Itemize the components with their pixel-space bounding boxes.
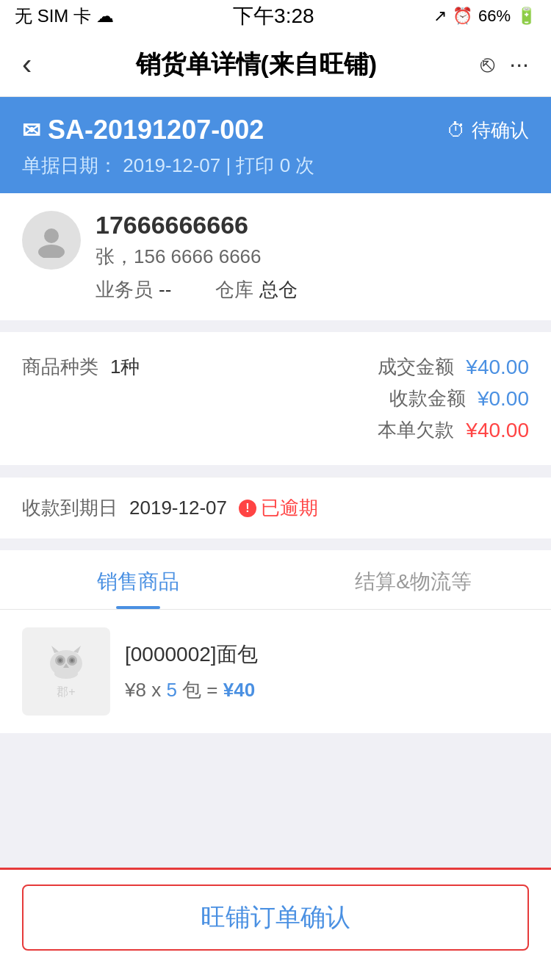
sales-value: --	[159, 278, 171, 301]
sales-info: 业务员 --	[96, 277, 171, 303]
product-price-row: ¥8 x 5 包 = ¥40	[125, 677, 529, 703]
equals-sign: =	[206, 679, 223, 701]
due-date: 2019-12-07	[129, 497, 227, 519]
location-icon: ↗	[433, 7, 447, 26]
category-label: 商品种类	[22, 354, 98, 380]
status-text: 待确认	[472, 118, 529, 143]
warehouse-label: 仓库	[215, 277, 253, 303]
overdue-badge: ! 已逾期	[239, 495, 318, 521]
amount-label: 成交金额	[378, 354, 454, 380]
customer-name: 张，156 6666 6666	[96, 244, 529, 270]
status-bar: 无 SIM 卡 ☁ 下午3:28 ↗ ⏰ 66% 🔋	[0, 0, 551, 32]
svg-point-9	[59, 659, 62, 662]
confirm-button-wrap: 旺铺订单确认	[0, 868, 551, 980]
order-number: ✉ SA-20191207-002	[22, 115, 264, 145]
status-badge: ⏱ 待确认	[447, 118, 529, 143]
svg-marker-3	[51, 646, 59, 653]
amount-row: 成交金额 ¥40.00	[378, 354, 529, 380]
customer-phone: 17666666666	[96, 211, 529, 239]
nav-right: ⎋ ···	[480, 51, 529, 78]
status-time: 下午3:28	[233, 2, 314, 30]
product-total: ¥40	[223, 679, 255, 701]
nav-left: ‹	[22, 48, 32, 81]
received-row: 收款金额 ¥0.00	[389, 386, 529, 411]
owed-label: 本单欠款	[378, 417, 454, 443]
section-divider-2	[0, 538, 551, 550]
order-icon: ✉	[22, 118, 40, 143]
warehouse-info: 仓库 总仓	[215, 277, 298, 303]
section-divider-1	[0, 320, 551, 332]
status-right: ↗ ⏰ 66% 🔋	[433, 7, 536, 26]
customer-info: 17666666666 张，156 6666 6666 业务员 -- 仓库 总仓	[96, 211, 529, 303]
product-brand: 郡+	[44, 685, 88, 700]
product-unit: 包	[182, 679, 201, 701]
summary-right: 成交金额 ¥40.00 收款金额 ¥0.00 本单欠款 ¥40.00	[378, 354, 529, 443]
overdue-text: 已逾期	[261, 495, 318, 521]
svg-point-0	[44, 228, 59, 243]
category-value: 1种	[110, 354, 140, 380]
product-quantity: 5	[166, 679, 176, 701]
product-item: 郡+ [0000002]面包 ¥8 x 5 包 = ¥40	[0, 610, 551, 733]
due-label: 收款到期日	[22, 495, 118, 521]
due-section: 收款到期日 2019-12-07 ! 已逾期	[0, 478, 551, 538]
amount-value: ¥40.00	[466, 356, 529, 379]
owed-value: ¥40.00	[466, 419, 529, 442]
overdue-icon: !	[239, 500, 256, 517]
blue-header: ✉ SA-20191207-002 ⏱ 待确认 单据日期： 2019-12-07…	[0, 97, 551, 193]
warehouse-value: 总仓	[259, 277, 298, 303]
received-value: ¥0.00	[478, 387, 529, 411]
nav-bar: ‹ 销货单详情(来自旺铺) ⎋ ···	[0, 32, 551, 97]
product-name: [0000002]面包	[125, 641, 529, 669]
status-clock-icon: ⏱	[447, 119, 466, 142]
alarm-icon: ⏰	[453, 7, 472, 26]
summary-section: 商品种类 1种 成交金额 ¥40.00 收款金额 ¥0.00 本单欠款 ¥40.…	[0, 332, 551, 465]
order-number-text: SA-20191207-002	[48, 115, 264, 145]
confirm-order-button[interactable]: 旺铺订单确认	[22, 884, 529, 951]
no-sim-text: 无 SIM 卡 ☁	[15, 4, 114, 28]
page-title: 销货单详情(来自旺铺)	[136, 48, 378, 82]
customer-section: 17666666666 张，156 6666 6666 业务员 -- 仓库 总仓	[0, 193, 551, 320]
tab-sales-products[interactable]: 销售商品	[0, 550, 276, 609]
tab-settlement[interactable]: 结算&物流等	[276, 550, 551, 609]
summary-left: 商品种类 1种	[22, 354, 378, 380]
sales-label: 业务员	[96, 277, 153, 303]
owed-row: 本单欠款 ¥40.00	[378, 417, 529, 443]
received-label: 收款金额	[389, 386, 466, 411]
multiply-sign: x	[151, 679, 166, 701]
svg-point-12	[54, 669, 78, 679]
tabs: 销售商品 结算&物流等	[0, 550, 551, 610]
product-info: [0000002]面包 ¥8 x 5 包 = ¥40	[125, 641, 529, 703]
svg-point-1	[38, 245, 65, 258]
avatar	[22, 211, 81, 270]
product-price: ¥8	[125, 679, 146, 701]
battery-text: 66%	[478, 7, 511, 26]
svg-point-10	[71, 659, 73, 662]
more-icon[interactable]: ···	[509, 51, 529, 78]
customer-meta: 业务员 -- 仓库 总仓	[96, 277, 529, 303]
share-icon[interactable]: ⎋	[480, 51, 494, 78]
product-thumbnail: 郡+	[22, 627, 110, 716]
status-left: 无 SIM 卡 ☁	[15, 4, 114, 28]
svg-marker-4	[73, 646, 81, 653]
back-button[interactable]: ‹	[22, 48, 32, 81]
order-date: 单据日期： 2019-12-07 | 打印 0 次	[22, 153, 529, 179]
battery-icon: 🔋	[516, 7, 536, 26]
